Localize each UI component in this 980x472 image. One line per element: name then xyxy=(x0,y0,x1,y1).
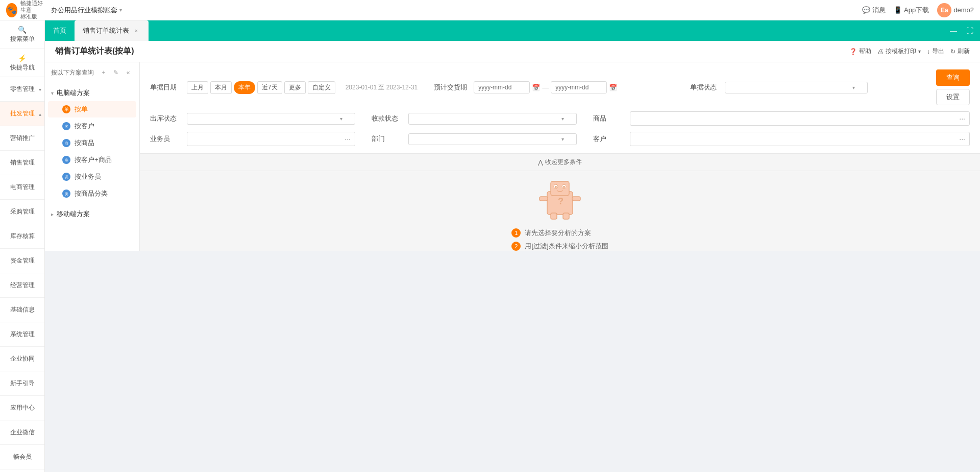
breadcrumb-text: 办公用品行业模拟账套 xyxy=(51,6,117,15)
filter-row-1: 单据日期 上月 本月 本年 近7天 更多 自定义 2023-01-01 至 20… xyxy=(150,69,970,105)
print-btn[interactable]: 🖨 按模板打印 ▾ xyxy=(877,47,921,56)
svg-rect-11 xyxy=(551,181,569,196)
message-btn[interactable]: 💬 消息 xyxy=(862,6,886,15)
settings-btn[interactable]: 设置 xyxy=(936,89,970,105)
refresh-btn[interactable]: ↻ 刷新 xyxy=(950,47,970,56)
logo-area: 🐾 畅捷通好生意 标准版 xyxy=(6,0,47,20)
sidebar: 🔍 搜索菜单 ⚡ 快捷导航 零售管理 ▾ 批发管理 ▴ 营销推广 销售管理 电商… xyxy=(0,20,45,472)
filter-area: 单据日期 上月 本月 本年 近7天 更多 自定义 2023-01-01 至 20… xyxy=(140,62,980,154)
scheme-icon-product: 商 xyxy=(62,139,70,147)
data-area: ? 1 请先选择要分析的方案 2 用[过滤]条件来缩小分析范 xyxy=(140,171,980,251)
sidebar-item-quick-nav[interactable]: ⚡ 快捷导航 xyxy=(0,49,44,78)
top-right: 💬 消息 📱 App下载 Ea demo2 xyxy=(862,3,974,17)
payment-status-select[interactable]: ▾ xyxy=(408,113,577,125)
custom-date-btn[interactable]: 自定义 xyxy=(308,81,335,94)
svg-text:?: ? xyxy=(558,196,564,206)
salesperson-label: 业务员 xyxy=(150,134,181,144)
salesperson-ellipsis[interactable]: ··· xyxy=(345,135,351,143)
more-date-btn[interactable]: 更多 xyxy=(284,81,306,94)
app-download-btn[interactable]: 📱 App下载 xyxy=(894,6,929,15)
tab-close-btn[interactable]: × xyxy=(132,27,140,35)
svg-rect-19 xyxy=(563,213,569,219)
refresh-icon: ↻ xyxy=(950,48,955,55)
calendar-icon-2[interactable]: 📅 xyxy=(609,84,617,91)
order-status-label: 单据状态 xyxy=(690,83,721,92)
product-field[interactable]: ··· xyxy=(630,111,970,126)
department-label: 部门 xyxy=(372,134,402,144)
scheme-item-by-salesperson[interactable]: 员 按业务员 xyxy=(48,169,136,185)
product-ellipsis[interactable]: ··· xyxy=(959,114,965,123)
add-scheme-btn[interactable]: + xyxy=(99,67,109,78)
breadcrumb-select[interactable]: 办公用品行业模拟账套 ▾ xyxy=(51,6,122,15)
scheme-icon-prod-cat: 类 xyxy=(62,190,70,198)
page-title-row: 销售订单统计表(按单) ❓ 帮助 🖨 按模板打印 ▾ ↓ 导出 xyxy=(45,41,980,62)
scheme-item-by-single[interactable]: 单 按单 xyxy=(48,101,136,117)
sidebar-item-ecommerce[interactable]: 电商管理 xyxy=(0,175,44,200)
tab-sales-order-stats[interactable]: 销售订单统计表 × xyxy=(75,20,149,41)
shipment-status-select[interactable]: ▾ xyxy=(187,113,355,125)
dept-chevron: ▾ xyxy=(561,136,564,142)
scheme-item-by-product-cat[interactable]: 类 按商品分类 xyxy=(48,185,136,202)
sidebar-item-enterprise-collab[interactable]: 企业协同 xyxy=(0,347,44,371)
tab-home[interactable]: 首页 xyxy=(45,20,75,41)
expected-date-from[interactable] xyxy=(474,81,530,93)
export-btn[interactable]: ↓ 导出 xyxy=(927,47,944,56)
scheme-icon-cust-prod: 客 xyxy=(62,156,70,164)
help-btn[interactable]: ❓ 帮助 xyxy=(849,47,871,56)
sidebar-item-new-guide[interactable]: 新手引导 xyxy=(0,371,44,396)
this-year-btn[interactable]: 本年 xyxy=(234,81,255,94)
calendar-icon-1[interactable]: 📅 xyxy=(532,84,540,91)
scheme-item-by-customer-product[interactable]: 客 按客户+商品 xyxy=(48,152,136,168)
sidebar-item-app-center[interactable]: 应用中心 xyxy=(0,396,44,420)
sidebar-item-purchase[interactable]: 采购管理 xyxy=(0,200,44,224)
group-arrow-desktop: ▾ xyxy=(51,90,54,96)
edit-scheme-btn[interactable]: ✎ xyxy=(111,67,121,78)
query-btn[interactable]: 查询 xyxy=(936,69,970,86)
sidebar-item-member[interactable]: 畅会员 xyxy=(0,445,44,469)
sidebar-item-retail[interactable]: 零售管理 ▾ xyxy=(0,77,44,102)
svg-text:客: 客 xyxy=(65,158,68,162)
scheme-item-by-customer[interactable]: 客 按客户 xyxy=(48,118,136,134)
sidebar-item-wholesale[interactable]: 批发管理 ▴ xyxy=(0,102,44,126)
sidebar-item-ops[interactable]: 经营管理 xyxy=(0,273,44,298)
customer-ellipsis[interactable]: ··· xyxy=(959,135,965,143)
date-label: 单据日期 xyxy=(150,83,181,92)
main-layout: 🔍 搜索菜单 ⚡ 快捷导航 零售管理 ▾ 批发管理 ▴ 营销推广 销售管理 电商… xyxy=(0,20,980,472)
collapse-bar[interactable]: ⋀ 收起更多条件 xyxy=(140,154,980,171)
quick-nav-icon: ⚡ xyxy=(18,54,27,62)
last-month-btn[interactable]: 上月 xyxy=(187,81,208,94)
empty-tips: 1 请先选择要分析的方案 2 用[过滤]条件来缩小分析范围 xyxy=(511,228,608,251)
salesperson-field[interactable]: ··· xyxy=(187,132,355,146)
sidebar-item-sys-mgmt[interactable]: 系统管理 xyxy=(0,322,44,347)
scheme-group-desktop-header[interactable]: ▾ 电脑端方案 xyxy=(45,85,139,101)
this-month-btn[interactable]: 本月 xyxy=(210,81,232,94)
order-status-chevron: ▾ xyxy=(852,85,855,90)
collapse-panel-btn[interactable]: « xyxy=(123,67,133,78)
sidebar-item-search-menu[interactable]: 🔍 搜索菜单 xyxy=(0,20,44,49)
scheme-item-by-product[interactable]: 商 按商品 xyxy=(48,135,136,151)
last7-btn[interactable]: 近7天 xyxy=(257,81,282,94)
scheme-group-desktop: ▾ 电脑端方案 单 按单 客 xyxy=(45,83,139,204)
left-panel: 按以下方案查询 + ✎ « ▾ 电脑端方案 xyxy=(45,62,140,251)
tab-maximize-btn[interactable]: ⛶ xyxy=(964,25,976,37)
sidebar-item-marketing[interactable]: 营销推广 xyxy=(0,126,44,151)
search-icon: 🔍 xyxy=(18,26,27,34)
svg-rect-18 xyxy=(551,213,557,219)
sidebar-item-finance[interactable]: 资金管理 xyxy=(0,249,44,273)
payment-status-label: 收款状态 xyxy=(372,114,402,123)
customer-field[interactable]: ··· xyxy=(630,132,970,146)
logo-icon: 🐾 xyxy=(6,3,17,17)
sidebar-item-enterprise-wechat[interactable]: 企业微信 xyxy=(0,420,44,445)
sidebar-item-basic-info[interactable]: 基础信息 xyxy=(0,298,44,322)
department-select[interactable]: ▾ xyxy=(408,133,577,145)
order-status-select[interactable]: ▾ xyxy=(725,82,868,93)
expected-date-to[interactable] xyxy=(551,81,607,93)
page-actions: ❓ 帮助 🖨 按模板打印 ▾ ↓ 导出 ↻ 刷新 xyxy=(849,47,970,56)
scheme-group-mobile-header[interactable]: ▸ 移动端方案 xyxy=(45,206,139,222)
sidebar-item-inventory[interactable]: 库存核算 xyxy=(0,224,44,249)
product-label: 商品 xyxy=(593,114,624,123)
user-profile[interactable]: Ea demo2 xyxy=(937,3,974,17)
sidebar-item-sales[interactable]: 销售管理 xyxy=(0,151,44,175)
scheme-group-mobile: ▸ 移动端方案 xyxy=(45,204,139,224)
tab-minimize-btn[interactable]: — xyxy=(947,25,960,37)
